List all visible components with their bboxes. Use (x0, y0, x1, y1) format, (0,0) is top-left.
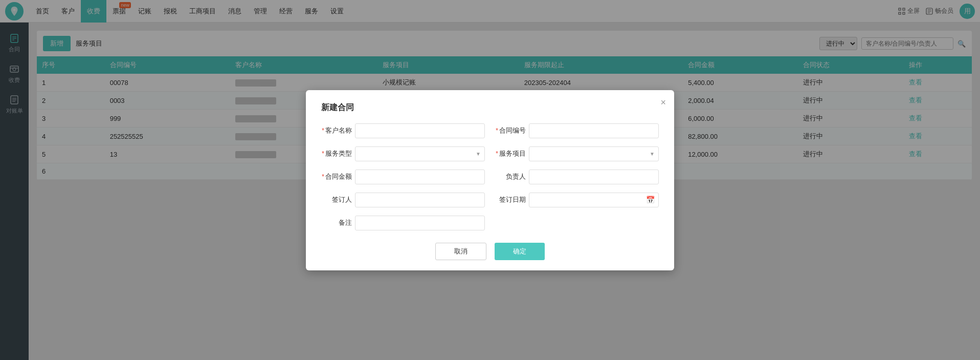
service-item-label: 服务项目 (495, 149, 526, 158)
signatory-input[interactable] (355, 193, 485, 207)
form-group-remarks: 备注 (321, 216, 485, 230)
service-item-select[interactable] (529, 146, 659, 161)
contract-no-label: 合同编号 (495, 126, 526, 135)
form-group-signatory: 签订人 (321, 193, 485, 207)
form-group-contract-no: 合同编号 (495, 123, 659, 138)
service-type-select[interactable] (355, 146, 485, 161)
customer-name-label: 客户名称 (321, 126, 352, 135)
contract-amount-input[interactable]: 0.00 (355, 170, 485, 184)
remarks-label: 备注 (321, 218, 352, 227)
sign-date-label: 签订日期 (495, 195, 526, 204)
contract-no-input[interactable] (529, 123, 659, 138)
form-group-sign-date: 签订日期 2023-06-06 📅 (495, 193, 659, 207)
service-type-wrapper (355, 146, 485, 161)
responsible-input[interactable] (529, 170, 659, 184)
form-group-service-type: 服务类型 (321, 146, 485, 161)
responsible-label: 负责人 (495, 172, 526, 181)
modal: 新建合同 × 客户名称 合同编号 服务类型 (306, 90, 674, 270)
remarks-input[interactable] (355, 216, 485, 230)
form-row-3: 合同金额 0.00 负责人 (321, 170, 659, 184)
signatory-label: 签订人 (321, 195, 352, 204)
sign-date-input[interactable]: 2023-06-06 (529, 193, 659, 207)
modal-footer: 取消 确定 (321, 243, 659, 260)
form-row-1: 客户名称 合同编号 (321, 123, 659, 138)
form-group-responsible: 负责人 (495, 170, 659, 184)
service-item-wrapper (529, 146, 659, 161)
calendar-icon[interactable]: 📅 (646, 196, 655, 204)
main-container: 合同 收费 对账单 (0, 23, 980, 360)
confirm-button[interactable]: 确定 (495, 243, 545, 260)
form-row-5: 备注 (321, 216, 659, 230)
cancel-button[interactable]: 取消 (435, 243, 486, 260)
contract-amount-label: 合同金额 (321, 172, 352, 181)
form-group-customer: 客户名称 (321, 123, 485, 138)
customer-name-input[interactable] (355, 123, 485, 138)
form-group-service-item: 服务项目 (495, 146, 659, 161)
modal-title: 新建合同 (321, 102, 659, 113)
form-row-2: 服务类型 服务项目 (321, 146, 659, 161)
form-row-4: 签订人 签订日期 2023-06-06 📅 (321, 193, 659, 207)
content-area: 新增 服务项目 进行中 已完成 已暂停 🔍 序号 合同编 (29, 23, 980, 360)
sign-date-wrapper: 2023-06-06 📅 (529, 193, 659, 207)
modal-overlay: 新建合同 × 客户名称 合同编号 服务类型 (29, 23, 980, 360)
form-group-amount: 合同金额 0.00 (321, 170, 485, 184)
modal-close-button[interactable]: × (660, 97, 666, 108)
service-type-label: 服务类型 (321, 149, 352, 158)
